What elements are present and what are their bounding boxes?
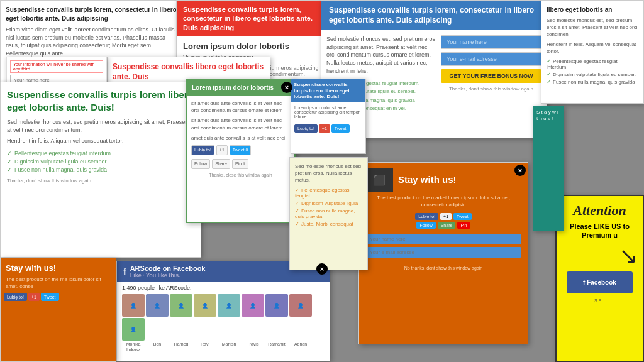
- popup-large-text1: Sed molestie rhoncus est, sed pretium er…: [7, 118, 194, 134]
- tw-btn-15[interactable]: Tweet: [41, 293, 59, 301]
- popup-large-dismiss[interactable]: Thanks, don't show this window again: [7, 178, 194, 184]
- popup-blue-dismiss[interactable]: Thanks, don't show this window again: [441, 86, 541, 92]
- popup-orange-social-row2: Follow Share Pin: [364, 222, 523, 229]
- popup-amber-checklist: Sed molestie rhoncus est sed pretium ero…: [289, 157, 368, 270]
- name-manish: Manish: [218, 342, 240, 346]
- popup-large-checks: ✓Pellentesque egestas feugiat interdum. …: [7, 150, 194, 173]
- name-lukasz: Lukasz: [122, 348, 145, 352]
- popup-orange-dismiss[interactable]: No thanks, dont show this window again: [359, 263, 528, 273]
- share-btn-8[interactable]: Share: [212, 159, 230, 169]
- popup-orange-stay: × ⬛ Stay with us! The best product on th…: [358, 162, 528, 344]
- name-ramanjit: Ramanjit: [265, 342, 288, 346]
- popup-top-left-title: Suspendisse convallis turpis lorem, cons…: [6, 6, 177, 23]
- follow-btn-9[interactable]: Follow: [416, 222, 435, 229]
- close-icon-9[interactable]: ×: [514, 165, 526, 176]
- name-input-9[interactable]: [365, 234, 521, 244]
- bonus-button[interactable]: GET YOUR FREE BONUS NOW: [441, 69, 541, 83]
- attention-title: Attention: [557, 196, 643, 222]
- popup-attention: Attention Please LIKE US to Premium u ↙ …: [555, 195, 644, 362]
- popup-fb-names-row1: Monika Ben Hamed Ravi Manish Travis Rama…: [122, 342, 325, 352]
- popup-large-center-left: Suspendisse convallis turpis lorem liber…: [0, 82, 201, 258]
- popup-orange-social-row1: Lubię to! +1 Tweet: [364, 213, 523, 220]
- popup-blue-small-body: Lorem ipsum dolor sit amet, consectetur …: [291, 102, 365, 122]
- popup-bottom-left-stay: Stay with us! The best product on the ma…: [0, 258, 116, 362]
- popup-green-header: Lorem ipsum dolor lobortis: [187, 80, 294, 96]
- name-adrian: Adrian: [289, 342, 312, 346]
- name-travis: Travis: [242, 342, 264, 346]
- popup-bottom-stay-text: The best product on the ma ipsum dolor s…: [1, 276, 116, 293]
- attention-text: Please LIKE US to Premium u: [562, 222, 638, 240]
- avatar-hamed: 👤: [170, 294, 192, 317]
- popup-green-lorem: × Lorem ipsum dolor lobortis sit amet du…: [186, 79, 296, 223]
- gplus-btn-9[interactable]: +1: [440, 213, 452, 220]
- popup-amber-checks: ✓Pellentesque egestas feugiat ✓Dignissim…: [295, 187, 362, 227]
- popup-blue-small-header: Suspendisse convallis turpis lorem liber…: [291, 79, 365, 102]
- popup-orange-main-title: Lorem ipsum dolor lobortis: [183, 41, 320, 51]
- popup-bottom-stay-heading: Stay with us!: [1, 258, 116, 276]
- avatar-ramanjit: 👤: [265, 294, 288, 317]
- fb-btn-13[interactable]: Lubię to!: [294, 124, 318, 133]
- gp-btn-13[interactable]: +1: [319, 124, 330, 133]
- popup-top-right-checks: ✓Pellentesque egestas feugiat interdum. …: [547, 58, 638, 85]
- fb-bar-text: f Facebook: [583, 279, 616, 286]
- avatar-monika: 👤: [122, 294, 145, 317]
- follow-btn-8[interactable]: Follow: [191, 159, 210, 169]
- tweet-btn-8[interactable]: Tweet 0: [230, 145, 252, 155]
- popup-green-text2: sit amet duis ante convallis is at velit…: [191, 117, 290, 131]
- name-hamed: Hamed: [170, 342, 192, 346]
- popup-blue-header-title: Suspendisse convallis turpis lorem, cons…: [321, 1, 547, 30]
- name-ravi: Ravi: [194, 342, 216, 346]
- popup-top-right-text1: Sed molestie rhoncus est, sed pretium er…: [547, 17, 638, 38]
- facebook-bar[interactable]: f Facebook: [567, 272, 633, 293]
- tweet-btn-9[interactable]: Tweet: [453, 213, 472, 220]
- tw-btn-13[interactable]: Tweet: [331, 124, 350, 133]
- popup-fb-count: 1,490 people like ARScode.: [122, 285, 325, 291]
- popup-blue-small: Suspendisse convallis turpis lorem liber…: [291, 79, 366, 154]
- popup-bottom-stay-social: Lubię to! +1 Tweet: [1, 293, 116, 304]
- popup-top-right-title: libero eget lobortis an: [547, 6, 638, 14]
- popup-facebook-fans: × f ARScode on Facebook Like · You like …: [116, 261, 330, 361]
- popup-large-text2: Hendrerit in felis. Aliquam vel consequa…: [7, 137, 194, 145]
- gp-btn-15[interactable]: +1: [28, 293, 40, 301]
- popup-blue-small-social: Lubię to! +1 Tweet: [291, 124, 365, 136]
- avatar-manish: 👤: [218, 294, 240, 317]
- popup-green-text3: amet duis ante convallis is at velit nec…: [191, 134, 290, 141]
- popup-fb-sub: Like · You like this.: [130, 272, 206, 278]
- attention-small: S E...: [562, 297, 638, 305]
- email-input[interactable]: [441, 52, 541, 66]
- popup-orange-header-title: Suspendisse convallis turpis lorem, cons…: [177, 1, 326, 36]
- popup-green-dismiss[interactable]: Thanks, close this window again: [191, 172, 290, 178]
- fb-like-btn-8[interactable]: Lubię to!: [191, 145, 214, 155]
- close-icon-8[interactable]: ×: [281, 82, 292, 93]
- popup-fb-avatars-row1: 👤 👤 👤 👤 👤 👤 👤 👤 👤: [122, 294, 325, 341]
- pin-btn-8[interactable]: Pin It: [232, 159, 248, 169]
- close-icon-10[interactable]: ×: [316, 263, 328, 275]
- share-btn-9[interactable]: Share: [438, 222, 456, 229]
- avatar-ravi: 👤: [194, 294, 216, 317]
- name-input[interactable]: [441, 35, 541, 49]
- fb-like-btn-9[interactable]: Lubię to!: [415, 213, 438, 220]
- popup-orange-form: [359, 231, 528, 263]
- avatar-ben: 👤: [146, 294, 169, 317]
- popup-blue-form: GET YOUR FREE BONUS NOW: [441, 35, 541, 83]
- fb-btn-15[interactable]: Lubię to!: [4, 293, 27, 301]
- pin-btn-9[interactable]: Pin: [457, 222, 470, 229]
- popup-orange-stay-heading: Stay with us!: [398, 174, 457, 185]
- product-icon: ⬛: [365, 168, 393, 192]
- popup-top-right: libero eget lobortis an Sed molestie rho…: [541, 0, 644, 104]
- name-monika: Monika: [122, 342, 145, 346]
- popup-top-right-text2: Hendrerit in felis. Aliquam vel consequa…: [547, 41, 638, 55]
- attention-arrow: ↙: [562, 243, 638, 268]
- avatar-adrian: 👤: [289, 294, 312, 317]
- popup-green-text1: sit amet duis ante convallis is at velit…: [191, 100, 290, 114]
- avatar-lukasz: 👤: [122, 318, 145, 341]
- popup-amber-text: Sed molestie rhoncus est sed pretium ero…: [295, 163, 362, 184]
- popup-blue-body-text: Sed molestie rhoncus est, sed pretium er…: [326, 35, 436, 75]
- gplus-btn-8[interactable]: +1: [216, 145, 228, 155]
- popup-orange-stay-text: The best product on the market Lorem ips…: [359, 194, 528, 211]
- avatar-travis: 👤: [242, 294, 264, 317]
- popup-top-left-body: Etiam vitae diam eget velit laoreet cond…: [6, 26, 177, 57]
- email-input-9[interactable]: [365, 247, 521, 258]
- popup-teal-right: S t a y w i t h u s !: [533, 106, 564, 231]
- popup-fb-title: ARScode on Facebook: [130, 265, 206, 272]
